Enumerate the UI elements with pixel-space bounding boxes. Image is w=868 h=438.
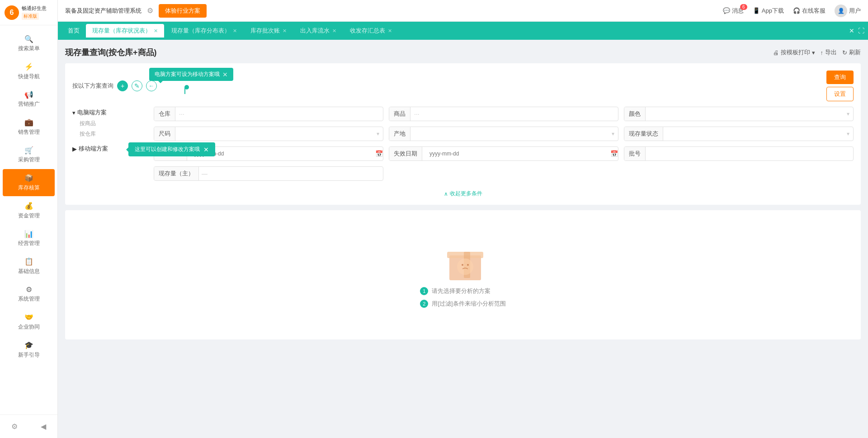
reset-button[interactable]: 设置 (826, 87, 854, 101)
add-scheme-btn[interactable]: + (117, 80, 128, 91)
tab-batch[interactable]: 库存批次账 ✕ (244, 24, 293, 38)
user-action[interactable]: 👤 用户 (835, 5, 861, 17)
scheme-item-by-warehouse[interactable]: 按仓库 (72, 129, 154, 139)
stock-main-field: 现存量（主） — (154, 166, 383, 181)
collapse-btn[interactable]: ∧ 收起更多条件 (444, 190, 482, 198)
tooltip-close-icon[interactable]: ✕ (222, 71, 228, 78)
tab-close-icon[interactable]: ✕ (154, 28, 158, 34)
sidebar-item-inventory[interactable]: 📦 库存核算 (3, 169, 55, 196)
sidebar-item-newbie[interactable]: 🎓 新手引导 (3, 336, 55, 363)
warehouse-field: 仓库 ··· (154, 107, 383, 121)
tab-close-all-icon[interactable]: ✕ (849, 27, 854, 34)
production-date-input[interactable] (191, 151, 372, 157)
avatar: 👤 (835, 5, 847, 17)
sidebar-nav: 🔍 搜索菜单 ⚡ 快捷导航 📢 营销推广 💼 销售管理 🛒 采购管理 📦 库存核… (0, 25, 57, 414)
tab-controls: ✕ ⛶ (849, 27, 864, 34)
tab-flow[interactable]: 出入库流水 ✕ (294, 24, 343, 38)
sidebar-item-sales[interactable]: 💼 销售管理 (3, 113, 55, 141)
tab-inventory-status[interactable]: 现存量（库存状况表） ✕ (86, 24, 164, 38)
tab-maximize-icon[interactable]: ⛶ (858, 27, 864, 34)
product-field: 商品 ··· (389, 107, 618, 121)
expiry-date-input-area (422, 151, 610, 157)
online-support-action[interactable]: 🎧 在线客服 (793, 7, 826, 15)
user-label: 用户 (849, 7, 861, 15)
collapse-icon: ∧ (444, 191, 448, 197)
filter-row-4: 现存量（主） — (154, 166, 854, 181)
sidebar-item-label: 经营管理 (18, 240, 40, 247)
logo-tag: 标准版 (22, 13, 39, 20)
print-dropdown-icon: ▾ (812, 49, 815, 56)
message-action[interactable]: 💬 消息 6 (723, 7, 744, 15)
origin-dropdown-icon[interactable]: ▾ (608, 131, 618, 137)
sidebar-item-label: 营销推广 (18, 101, 40, 108)
expiry-date-calendar-icon[interactable]: 📅 (610, 150, 618, 157)
online-support-label: 在线客服 (802, 7, 826, 15)
sidebar-item-cooperation[interactable]: 🤝 企业协同 (3, 308, 55, 335)
refresh-btn[interactable]: ↻ 刷新 (842, 48, 861, 57)
print-btn[interactable]: 🖨 按模板打印 ▾ (773, 48, 815, 57)
production-date-calendar-icon[interactable]: 📅 (375, 150, 383, 157)
header-left: 装备及固定资产辅助管理系统 ⚙ 体验行业方案 (65, 4, 207, 18)
scheme-group-label: 电脑端方案 (77, 108, 107, 117)
svg-point-4 (462, 264, 463, 266)
tab-inventory-dist[interactable]: 现存量（库存分布表） ✕ (165, 24, 243, 38)
sidebar-item-quicknav[interactable]: ⚡ 快捷导航 (3, 58, 55, 85)
edit-scheme-btn[interactable]: ✎ (132, 80, 142, 91)
warehouse-label: 仓库 (154, 107, 175, 121)
tab-close-icon[interactable]: ✕ (332, 28, 336, 34)
sidebar-item-label: 销售管理 (18, 129, 40, 136)
headset-icon: 🎧 (793, 7, 800, 14)
search-button[interactable]: 查询 (826, 71, 854, 84)
warehouse-dots[interactable]: ··· (175, 110, 188, 118)
sidebar-item-operations[interactable]: 📊 经营管理 (3, 225, 55, 252)
collapse-sidebar-icon[interactable]: ◀ (37, 420, 50, 433)
industry-btn[interactable]: 体验行业方案 (159, 4, 207, 18)
logo-area: 6 畅通好生意 标准版 (0, 0, 57, 25)
sidebar-item-label: 企业协同 (18, 324, 40, 331)
cooperation-icon: 🤝 (24, 313, 33, 322)
color-dropdown-icon[interactable]: ▾ (843, 111, 853, 117)
tooltip2-close-icon[interactable]: ✕ (203, 146, 209, 153)
sidebar-item-finance[interactable]: 💰 资金管理 (3, 197, 55, 224)
product-label: 商品 (389, 107, 410, 121)
sales-icon: 💼 (24, 118, 33, 127)
sidebar-item-basicinfo[interactable]: 📋 基础信息 (3, 253, 55, 280)
batch-field: 批号 (624, 146, 854, 161)
tooltip-desktop-scheme: 电脑方案可设为移动方案哦 ✕ (149, 68, 233, 81)
scheme-item-by-product[interactable]: 按商品 (72, 118, 154, 129)
sidebar-item-system[interactable]: ⚙ 系统管理 (3, 280, 55, 307)
tab-close-icon[interactable]: ✕ (233, 28, 237, 34)
stock-status-dropdown-icon[interactable]: ▾ (843, 131, 853, 137)
refresh-label: 刷新 (849, 48, 861, 57)
filter-row-3: 生产日期 📅 失效日期 📅 (154, 146, 854, 161)
settings-icon[interactable]: ⚙ (147, 6, 153, 15)
tab-home[interactable]: 首页 (61, 24, 86, 38)
connector-dot (184, 85, 189, 89)
empty-svg (440, 237, 495, 283)
settings-bottom-icon[interactable]: ⚙ (8, 420, 21, 433)
export-btn[interactable]: ↑ 导出 (821, 48, 837, 57)
sidebar: 6 畅通好生意 标准版 🔍 搜索菜单 ⚡ 快捷导航 📢 营销推广 💼 销售管理 … (0, 0, 58, 438)
sidebar-item-purchase[interactable]: 🛒 采购管理 (3, 141, 55, 168)
expiry-date-label: 失效日期 (389, 147, 422, 160)
newbie-icon: 🎓 (24, 341, 33, 350)
scheme-group-desktop: ▾ 电脑端方案 按商品 按仓库 (72, 107, 154, 139)
size-dropdown-icon[interactable]: ▾ (373, 131, 383, 137)
arrow-left-btn[interactable]: ← (146, 80, 157, 91)
expiry-date-input[interactable] (426, 151, 607, 157)
empty-steps: 1 请先选择要分析的方案 2 用[过滤]条件来缩小分析范围 (420, 287, 505, 312)
tab-summary[interactable]: 收发存汇总表 ✕ (344, 24, 398, 38)
tab-close-icon[interactable]: ✕ (283, 28, 287, 34)
product-dots[interactable]: ··· (410, 110, 423, 118)
tab-close-icon[interactable]: ✕ (388, 28, 392, 34)
range-sep: — (202, 170, 208, 177)
origin-field: 产地 ▾ (389, 127, 618, 141)
sidebar-item-search[interactable]: 🔍 搜索菜单 (3, 30, 55, 57)
step-num-1: 1 (420, 287, 428, 295)
scheme-group-desktop-title[interactable]: ▾ 电脑端方案 (72, 107, 154, 118)
app-download-action[interactable]: 📱 App下载 (753, 7, 784, 15)
page-content: 现存量查询(按仓库+商品) 🖨 按模板打印 ▾ ↑ 导出 ↻ 刷新 (58, 40, 868, 438)
sidebar-item-label: 系统管理 (18, 296, 40, 303)
sidebar-item-marketing[interactable]: 📢 营销推广 (3, 85, 55, 113)
logo-icon: 6 (5, 5, 19, 20)
